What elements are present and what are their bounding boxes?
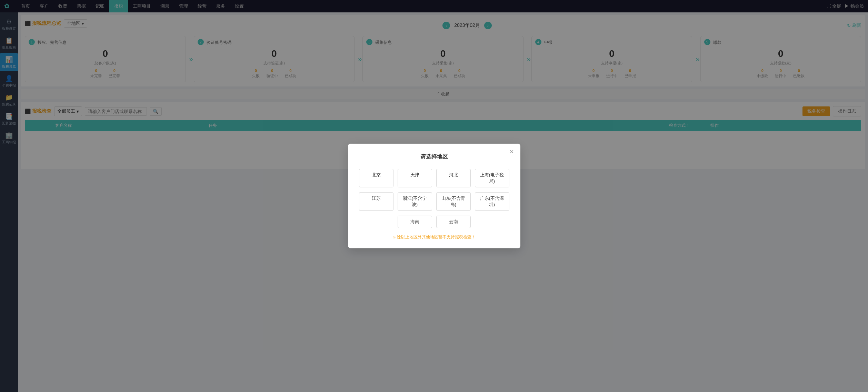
region-btn-海南[interactable]: 海南 <box>398 216 432 228</box>
region-btn-广东(不含深圳)[interactable]: 广东(不含深圳) <box>475 192 509 211</box>
region-row-2: 江苏浙江(不含宁波)山东(不含青岛)广东(不含深圳) <box>359 192 509 211</box>
region-btn-江苏[interactable]: 江苏 <box>359 192 393 211</box>
region-btn-天津[interactable]: 天津 <box>398 169 432 187</box>
region-btn-上海(电子税局)[interactable]: 上海(电子税局) <box>475 169 509 187</box>
modal-warning: ⊙ 除以上地区外其他地区暂不支持报税检查！ <box>359 234 509 240</box>
modal-close-button[interactable]: ✕ <box>508 148 516 155</box>
region-btn-云南[interactable]: 云南 <box>436 216 471 228</box>
region-btn-浙江(不含宁波)[interactable]: 浙江(不含宁波) <box>398 192 432 211</box>
modal-title: 请选择地区 <box>359 153 509 161</box>
region-row-1: 北京天津河北上海(电子税局) <box>359 169 509 187</box>
region-row-3: 海南云南 <box>359 216 509 228</box>
region-btn-山东(不含青岛)[interactable]: 山东(不含青岛) <box>436 192 471 211</box>
region-btn-北京[interactable]: 北京 <box>359 169 393 187</box>
region-btn-河北[interactable]: 河北 <box>436 169 471 187</box>
region-select-modal: ✕ 请选择地区 北京天津河北上海(电子税局) 江苏浙江(不含宁波)山东(不含青岛… <box>348 144 520 248</box>
modal-overlay[interactable]: ✕ 请选择地区 北京天津河北上海(电子税局) 江苏浙江(不含宁波)山东(不含青岛… <box>0 0 868 392</box>
